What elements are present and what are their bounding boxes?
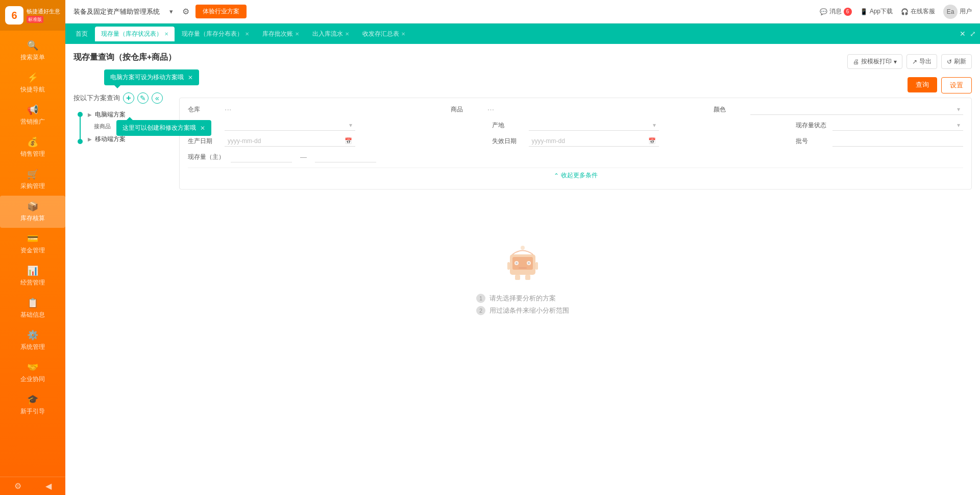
stock-separator: — [298,153,309,161]
step-num-2: 2 [476,306,485,315]
batch-input[interactable] [832,136,963,147]
search-btn[interactable]: 查询 [908,77,937,92]
sidebar-item-operations[interactable]: 📊 经营管理 [0,260,65,292]
header-left: 装备及固定资产辅助管理系统 ▾ ⚙ 体验行业方案 [74,5,247,18]
app-logo: 6 畅捷通好生意 标准版 [0,0,65,31]
back-scheme-btn[interactable]: « [152,92,163,104]
sidebar-item-enterprise[interactable]: 🤝 企业协同 [0,357,65,389]
empty-state: 1 请先选择要分析的方案 2 用过滤条件来缩小分析范围 [74,196,972,356]
sidebar-item-quick[interactable]: ⚡ 快捷导航 [0,67,65,99]
avatar: Ea [943,5,958,19]
sidebar-item-inventory[interactable]: 📦 库存核算 [0,196,65,228]
system-title: 装备及固定资产辅助管理系统 [74,7,160,16]
collapse-btn[interactable]: ⌃ 收起更多条件 [188,168,963,183]
guide-nav-icon: 🎓 [27,394,38,405]
tab-inventory-status[interactable]: 现存量（库存状况表） ✕ [95,27,175,41]
stock-status-label: 现存量状态 [796,121,826,130]
tab-batch-account[interactable]: 库存批次账 ✕ [256,27,305,41]
svg-point-4 [516,262,518,264]
stock-max-input[interactable] [315,152,376,162]
refresh-btn[interactable]: ↺ 刷新 [941,54,972,69]
tab-summary[interactable]: 收发存汇总表 ✕ [356,27,411,41]
finance-nav-icon: 💳 [27,233,38,244]
svg-rect-6 [519,267,527,269]
sidebar-item-system[interactable]: ⚙️ 系统管理 [0,324,65,357]
print-icon: 🖨 [853,58,859,65]
sidebar-item-guide[interactable]: 🎓 新手引导 [0,389,65,421]
calendar-icon-2: 📅 [648,137,656,145]
color-label: 颜色 [714,105,744,114]
warehouse-dots[interactable]: ··· [225,105,231,114]
filter-area: 仓库 ··· 商品 ··· 颜色 ▾ 尺码 [179,98,972,190]
tab-close-2[interactable]: ✕ [245,31,249,37]
content-area: 现存量查询（按仓库+商品） 🖨 按模板打印 ▾ ↗ 导出 ↺ 刷新 [65,44,980,495]
scheme-item-pc[interactable]: ▶ 电脑端方案 这里可以创建和修改方案哦 ✕ [86,108,173,122]
sidebar-item-marketing[interactable]: 📢 营销推广 [0,99,65,131]
system-title-dropdown[interactable]: ▾ [166,7,176,17]
export-icon: ↗ [912,58,917,65]
sidebar-item-sales[interactable]: 💰 销售管理 [0,131,65,163]
tab-bar-right: ✕ ⤢ [960,30,976,38]
refresh-icon: ↺ [947,58,952,65]
origin-label: 产地 [492,121,523,130]
empty-illustration [497,237,548,288]
sidebar-settings-icon[interactable]: ⚙ [14,481,21,491]
svg-rect-7 [507,262,510,270]
export-btn[interactable]: ↗ 导出 [906,54,937,69]
add-scheme-btn[interactable]: + [123,92,134,104]
top-header: 装备及固定资产辅助管理系统 ▾ ⚙ 体验行业方案 💬 消息 6 📱 App下载 … [65,0,980,23]
stock-min-input[interactable] [231,152,292,162]
header-settings-icon[interactable]: ⚙ [182,7,189,16]
main-area: 装备及固定资产辅助管理系统 ▾ ⚙ 体验行业方案 💬 消息 6 📱 App下载 … [65,0,980,495]
print-btn[interactable]: 🖨 按模板打印 ▾ [847,54,902,69]
size-select[interactable]: ▾ [225,120,355,131]
tab-inventory-dist[interactable]: 现存量（库存分布表） ✕ [176,27,255,41]
mobile-scheme-arrow: ▶ [88,136,92,142]
svg-point-5 [528,262,530,264]
system-nav-icon: ⚙️ [27,329,38,341]
sidebar-item-purchase[interactable]: 🛒 采购管理 [0,163,65,196]
manufacture-date-input[interactable]: yyyy-mm-dd 📅 [225,136,355,147]
print-dropdown-icon: ▾ [894,58,897,65]
empty-text: 1 请先选择要分析的方案 2 用过滤条件来缩小分析范围 [476,294,569,315]
industry-btn[interactable]: 体验行业方案 [195,5,247,18]
tab-close-4[interactable]: ✕ [345,31,349,37]
edit-tooltip-close[interactable]: ✕ [200,125,205,132]
enterprise-nav-icon: 🤝 [27,362,38,373]
color-select[interactable]: ▾ [750,104,963,115]
sidebar-collapse-icon[interactable]: ◀ [45,481,52,491]
filter-row-2: 尺码 ▾ 产地 ▾ 现存量状态 ▾ [188,120,963,131]
tab-home[interactable]: 首页 [69,27,94,41]
stock-status-select[interactable]: ▾ [832,120,963,131]
manufacture-date-label: 生产日期 [188,137,218,146]
message-action[interactable]: 💬 消息 6 [820,7,852,16]
origin-select[interactable]: ▾ [529,120,659,131]
pc-scheme-arrow: ▶ [88,112,92,117]
svg-point-11 [521,246,525,250]
scheme-tooltip-1-close[interactable]: ✕ [188,74,193,81]
goods-dots[interactable]: ··· [487,105,494,114]
tab-fullscreen-icon[interactable]: ⤢ [970,30,976,38]
settings-btn[interactable]: 设置 [941,77,972,93]
tab-inout-flow[interactable]: 出入库流水 ✕ [306,27,355,41]
expiry-date-input[interactable]: yyyy-mm-dd 📅 [529,136,659,147]
empty-step-2: 2 用过滤条件来缩小分析范围 [476,306,569,315]
online-support-action[interactable]: 🎧 在线客服 [901,7,935,16]
app-download-action[interactable]: 📱 App下载 [860,7,893,16]
logo-icon: 6 [5,6,23,25]
marketing-nav-icon: 📢 [27,104,38,115]
user-action[interactable]: Ea 用户 [943,5,972,19]
sidebar-item-finance[interactable]: 💳 资金管理 [0,228,65,260]
sidebar-item-search[interactable]: 🔍 搜索菜单 [0,35,65,67]
empty-step-1: 1 请先选择要分析的方案 [476,294,569,303]
sidebar-item-basic[interactable]: 📋 基础信息 [0,292,65,324]
tab-close-3[interactable]: ✕ [295,31,299,37]
tab-close-1[interactable]: ✕ [164,31,168,37]
edit-scheme-btn[interactable]: ✎ [137,92,149,104]
logo-text: 畅捷通好生意 标准版 [27,8,60,23]
tab-close-all-icon[interactable]: ✕ [960,30,966,38]
tab-close-5[interactable]: ✕ [401,31,405,37]
calendar-icon-1: 📅 [345,137,352,145]
operations-nav-icon: 📊 [27,265,38,276]
filter-row-3: 生产日期 yyyy-mm-dd 📅 失效日期 yyyy-mm-dd 📅 批号 [188,136,963,147]
